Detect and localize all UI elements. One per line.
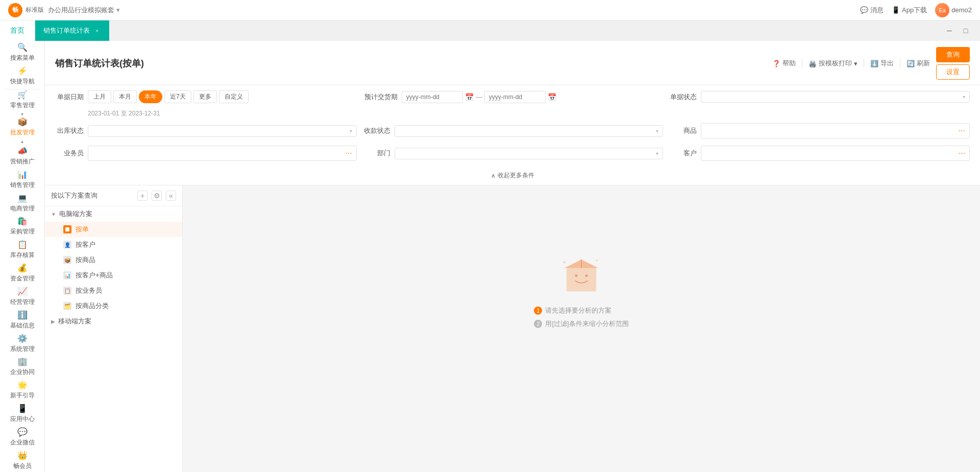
calendar-icon-1[interactable]: 📅 <box>465 93 474 101</box>
message-btn[interactable]: 💬 消息 <box>860 6 884 15</box>
last7days-btn[interactable]: 近7天 <box>164 90 191 103</box>
basic-info-icon: ℹ️ <box>17 310 28 320</box>
sales-label: 销售管理 <box>10 181 35 190</box>
customer-filter: 客户 ··· <box>668 146 970 161</box>
last-month-btn[interactable]: 上月 <box>88 90 111 103</box>
sidebar-item-enterprise[interactable]: 🏢 企业协同 <box>0 355 44 379</box>
tree-group-desktop[interactable]: ▼ 电脑端方案 <box>45 206 182 222</box>
customer-control[interactable]: ··· <box>701 146 970 161</box>
tree-item-by-salesperson[interactable]: 📋 按业务员 <box>45 283 182 298</box>
help-label: 帮助 <box>782 59 796 68</box>
sidebar-item-finance[interactable]: 💰 资金管理 <box>0 262 44 285</box>
sidebar-item-sales[interactable]: 📊 销售管理 <box>0 168 44 191</box>
basic-info-label: 基础信息 <box>10 321 35 330</box>
tree-item-by-customer[interactable]: 👤 按客户 <box>45 237 182 252</box>
by-salesperson-icon: 📋 <box>63 287 71 295</box>
primary-actions: 查询 设置 <box>936 47 970 80</box>
sidebar-item-operations[interactable]: 📈 经营管理 <box>0 285 44 308</box>
tree-item-by-customer-goods[interactable]: 📊 按客户+商品 <box>45 268 182 283</box>
panel-add-btn[interactable]: + <box>137 191 148 201</box>
delivery-status-control[interactable]: ▾ <box>88 125 357 137</box>
salesperson-control[interactable]: ··· <box>88 146 357 161</box>
export-btn[interactable]: ⬇️ 导出 <box>870 59 894 68</box>
app-download-btn[interactable]: 📱 App下载 <box>892 6 927 15</box>
window-minimize-btn[interactable]: ─ <box>943 25 955 37</box>
tree-item-by-order[interactable]: 按单 <box>45 222 182 237</box>
page-header: 销售订单统计表(按单) ❓ 帮助 🖨️ 按模板打印 ▾ ⬇️ <box>45 41 980 85</box>
tree-item-by-goods[interactable]: 📦 按商品 <box>45 252 182 268</box>
tab-sales-order[interactable]: 销售订单统计表 × <box>35 20 109 41</box>
export-label: 导出 <box>880 59 894 68</box>
ecommerce-icon: 💻 <box>17 193 28 203</box>
salesperson-more-icon[interactable]: ··· <box>345 149 352 158</box>
empty-state: ★ ★ ★ 1 请先选择要分析的方案 2 用[过滤]条件来缩小分析范围 <box>183 185 980 390</box>
message-label: 消息 <box>870 6 884 15</box>
sidebar-item-vip[interactable]: 👑 畅会员 <box>0 449 44 472</box>
tree-item-by-goods-category[interactable]: 🗂️ 按商品分类 <box>45 298 182 314</box>
mobile-group-label: 移动端方案 <box>58 317 91 326</box>
goods-control[interactable]: ··· <box>701 123 970 138</box>
goods-more-icon[interactable]: ··· <box>959 126 965 135</box>
by-customer-label: 按客户 <box>76 240 95 249</box>
this-year-btn[interactable]: 本年 <box>139 90 162 103</box>
newbie-label: 新手引导 <box>10 391 35 400</box>
by-customer-goods-label: 按客户+商品 <box>76 271 113 280</box>
help-btn[interactable]: ❓ 帮助 <box>772 59 796 68</box>
tab-home[interactable]: 首页 <box>0 20 35 41</box>
sidebar-item-newbie[interactable]: 🌟 新手引导 <box>0 379 44 402</box>
goods-filter: 商品 ··· <box>668 123 970 138</box>
panel-settings-btn[interactable]: ⚙ <box>152 191 162 201</box>
more-date-btn[interactable]: 更多 <box>193 90 217 103</box>
marketing-label: 营销推广 <box>10 157 35 166</box>
calendar-icon-2[interactable]: 📅 <box>548 93 556 101</box>
payment-status-control[interactable]: ▾ <box>395 125 664 137</box>
delivery-end-date[interactable] <box>484 91 546 103</box>
tab-bar-actions: ─ □ <box>943 25 972 37</box>
settings-btn[interactable]: 设置 <box>936 64 970 80</box>
tree-group-mobile[interactable]: ▶ 移动端方案 <box>45 314 182 329</box>
sidebar-item-marketing[interactable]: 📣 营销推广 <box>0 144 44 168</box>
sidebar-item-wechat[interactable]: 💬 企业微信 <box>0 425 44 449</box>
breadcrumb-dropdown-icon[interactable]: ▾ <box>116 6 120 14</box>
user-area[interactable]: Ea demo2 <box>935 3 972 17</box>
sidebar-item-inventory[interactable]: 📋 库存核算 <box>0 238 44 262</box>
sidebar-item-quick-nav[interactable]: ⚡ 快捷导航 <box>0 64 44 88</box>
app-center-icon: 📱 <box>17 404 28 413</box>
breadcrumb-area: 办公用品行业模拟账套 ▾ <box>48 6 120 15</box>
sidebar-item-retail[interactable]: 🛒 零售管理 ▾ <box>0 90 44 117</box>
sidebar-item-search-menu[interactable]: 🔍 搜索菜单 <box>0 41 44 64</box>
sidebar-divider-1 <box>4 89 40 89</box>
delivery-status-label: 出库状态 <box>55 126 84 135</box>
filter-row-2: 出库状态 ▾ 收款状态 ▾ 商品 <box>45 121 980 144</box>
panel-header: 按以下方案查询 + ⚙ « <box>45 185 182 206</box>
doc-status-control[interactable]: ▾ <box>701 91 970 103</box>
sidebar-item-ecommerce[interactable]: 💻 电商管理 <box>0 191 44 215</box>
sidebar-item-basic-info[interactable]: ℹ️ 基础信息 <box>0 308 44 332</box>
retail-label: 零售管理 <box>10 101 35 110</box>
divider-3 <box>900 59 900 67</box>
print-template-btn[interactable]: 🖨️ 按模板打印 ▾ <box>808 59 857 68</box>
sidebar-item-app-center[interactable]: 📱 应用中心 <box>0 402 44 426</box>
this-month-btn[interactable]: 本月 <box>113 90 137 103</box>
tip-num-2: 2 <box>534 320 542 328</box>
delivery-status-filter: 出库状态 ▾ <box>55 123 357 138</box>
sidebar-item-system[interactable]: ⚙️ 系统管理 <box>0 332 44 355</box>
wechat-label: 企业微信 <box>10 438 35 447</box>
delivery-start-date[interactable] <box>402 91 463 103</box>
custom-date-btn[interactable]: 自定义 <box>219 90 249 103</box>
panel-collapse-btn[interactable]: « <box>166 191 176 201</box>
collapse-btn[interactable]: ∧ 收起更多条件 <box>491 171 534 180</box>
doc-status-arrow: ▾ <box>963 94 965 100</box>
query-btn[interactable]: 查询 <box>936 47 970 62</box>
tab-close-btn[interactable]: × <box>93 27 101 35</box>
date-separator: — <box>476 93 482 101</box>
customer-more-icon[interactable]: ··· <box>959 149 965 158</box>
dept-control[interactable]: ▾ <box>395 148 664 159</box>
refresh-btn[interactable]: 🔄 刷新 <box>906 59 930 68</box>
delivery-status-arrow: ▾ <box>350 128 352 134</box>
sidebar-item-purchase[interactable]: 🛍️ 采购管理 <box>0 215 44 238</box>
empty-tip-2: 2 用[过滤]条件来缩小分析范围 <box>534 319 628 328</box>
sidebar-item-wholesale[interactable]: 📦 批发管理 ▴ <box>0 117 44 144</box>
refresh-icon: 🔄 <box>906 60 915 67</box>
window-maximize-btn[interactable]: □ <box>960 25 972 37</box>
